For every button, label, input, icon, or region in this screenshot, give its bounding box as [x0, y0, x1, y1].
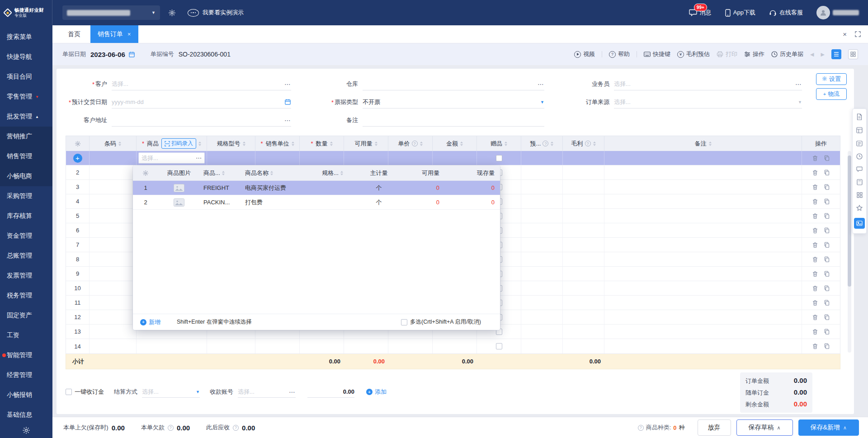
tab-sales-order[interactable]: 销售订单 ×: [90, 25, 138, 43]
col-header-gift[interactable]: 赠品: [477, 136, 521, 151]
popup-col-name[interactable]: 商品名称: [241, 165, 318, 180]
account-select[interactable]: 选择... ⋯: [238, 386, 296, 398]
chevron-down-icon[interactable]: ▼: [798, 100, 802, 104]
tab-close-icon[interactable]: ×: [127, 31, 131, 38]
more-icon[interactable]: ⋯: [795, 80, 802, 88]
delete-row-icon[interactable]: [812, 256, 818, 263]
delete-row-icon[interactable]: [812, 329, 818, 335]
close-all-tabs-icon[interactable]: ×: [843, 30, 847, 38]
sidebar-item-search-menu[interactable]: 搜索菜单: [0, 27, 52, 47]
doc-no-input[interactable]: SO-20230606-001: [179, 51, 231, 58]
gross-profit-button[interactable]: ¥ 毛利预估: [677, 50, 710, 58]
delivery-date-input[interactable]: yyyy-mm-dd: [112, 96, 291, 108]
image-panel-icon[interactable]: [854, 218, 865, 229]
col-header-available[interactable]: 可用量: [344, 136, 388, 151]
more-icon[interactable]: ⋯: [284, 117, 291, 124]
top-settings-gear-icon[interactable]: [168, 9, 176, 17]
doc-date-input[interactable]: 2023-06-06: [90, 51, 125, 58]
next-doc-icon[interactable]: ▶: [821, 52, 825, 57]
checkbox-icon[interactable]: [66, 389, 72, 395]
save-and-new-button[interactable]: 保存&新增 ∧: [798, 419, 859, 436]
messages-button[interactable]: 消息 99+: [689, 9, 712, 17]
delete-row-icon[interactable]: [812, 198, 818, 205]
delete-row-icon[interactable]: [812, 170, 818, 176]
onekey-deposit-checkbox[interactable]: 一键收订金: [66, 388, 104, 396]
copy-row-icon[interactable]: [824, 271, 830, 277]
sidebar-item-retail-mgmt[interactable]: 零售管理▼: [0, 87, 52, 107]
more-icon[interactable]: ⋯: [538, 80, 544, 88]
sidebar-item-tax-mgmt[interactable]: 税务管理: [0, 286, 52, 306]
copy-row-icon[interactable]: [824, 242, 830, 248]
popup-product-row[interactable]: 1FREIGHT电商买家付运费个00: [133, 181, 500, 195]
col-header-barcode[interactable]: 条码: [90, 136, 137, 151]
tab-home[interactable]: 首页: [58, 25, 90, 43]
app-download-button[interactable]: App下载: [725, 9, 755, 17]
help-button[interactable]: ? 帮助: [609, 50, 630, 58]
sidebar-item-invoice-mgmt[interactable]: 发票管理: [0, 266, 52, 286]
prev-doc-icon[interactable]: ◀: [810, 52, 814, 57]
sidebar-item-purchase-mgmt[interactable]: 采购管理: [0, 186, 52, 206]
popup-col-unit[interactable]: 主计量: [358, 165, 400, 180]
deposit-amount-input[interactable]: 0.00: [307, 386, 354, 398]
copy-row-icon[interactable]: [824, 155, 830, 161]
invoice-type-select[interactable]: 不开票 ▼: [363, 96, 544, 108]
history-clock-icon[interactable]: [856, 153, 863, 160]
col-header-spec[interactable]: 规格型号: [207, 136, 255, 151]
copy-row-icon[interactable]: [824, 213, 830, 219]
copy-row-icon[interactable]: [824, 184, 830, 190]
copy-row-icon[interactable]: [824, 170, 830, 176]
user-account[interactable]: [816, 6, 859, 19]
sidebar-item-expense-mgmt[interactable]: 小畅报销: [0, 385, 52, 405]
delete-row-icon[interactable]: [812, 271, 818, 277]
popup-col-spec[interactable]: 规格...: [318, 165, 358, 180]
calculator-icon[interactable]: [857, 179, 863, 185]
view-list-toggle[interactable]: [831, 49, 841, 59]
logistics-button[interactable]: + 物流: [816, 88, 847, 100]
delete-row-icon[interactable]: [812, 155, 818, 161]
sidebar-item-funds-mgmt[interactable]: 资金管理: [0, 226, 52, 246]
copy-row-icon[interactable]: [824, 343, 830, 349]
copy-row-icon[interactable]: [824, 198, 830, 205]
col-header-forecast[interactable]: 预...?: [521, 136, 563, 151]
discard-button[interactable]: 放弃: [698, 419, 731, 436]
grid-scrollbar-thumb[interactable]: [848, 155, 851, 287]
operations-button[interactable]: 操作: [744, 50, 764, 58]
sidebar-item-smart-mgmt[interactable]: 智能管理: [0, 345, 52, 365]
column-settings-icon[interactable]: [66, 136, 90, 151]
warehouse-select[interactable]: ⋯: [363, 78, 544, 90]
sidebar-item-ecommerce[interactable]: 小畅电商: [0, 166, 52, 186]
delete-row-icon[interactable]: [812, 314, 818, 320]
copy-row-icon[interactable]: [824, 329, 830, 335]
col-header-qty[interactable]: *数量: [300, 136, 344, 151]
fullscreen-icon[interactable]: [855, 31, 861, 37]
delete-row-icon[interactable]: [812, 184, 818, 190]
settlement-select[interactable]: 选择... ▼: [142, 386, 200, 398]
view-grid-toggle[interactable]: [848, 49, 858, 59]
star-icon[interactable]: [856, 205, 863, 211]
sidebar-item-wholesale-mgmt[interactable]: 批发管理▲: [0, 107, 52, 127]
popup-product-row[interactable]: 2PACKIN...打包费个00: [133, 195, 500, 210]
organization-select[interactable]: ▼: [62, 5, 160, 20]
online-service-button[interactable]: 在线客服: [769, 9, 803, 17]
sidebar-item-sales-mgmt[interactable]: 销售管理: [0, 146, 52, 166]
sidebar-item-marketing[interactable]: 营销推广: [0, 127, 52, 146]
col-header-remark[interactable]: 备注: [604, 136, 802, 151]
add-payment-button[interactable]: + 添加: [366, 388, 387, 396]
copy-row-icon[interactable]: [824, 227, 830, 234]
add-row-button[interactable]: +: [73, 154, 82, 163]
col-header-price[interactable]: 单价?: [388, 136, 433, 151]
chevron-down-icon[interactable]: ▼: [196, 390, 200, 394]
calendar-icon[interactable]: [128, 51, 135, 58]
edit-note-icon[interactable]: [856, 140, 863, 146]
settings-button[interactable]: 设置: [816, 73, 847, 85]
delete-row-icon[interactable]: [812, 242, 818, 248]
document-icon[interactable]: [856, 113, 863, 120]
sidebar-settings-gear-icon[interactable]: [0, 426, 52, 434]
popup-col-available[interactable]: 可用量: [400, 165, 445, 180]
copy-row-icon[interactable]: [824, 256, 830, 263]
remark-input[interactable]: [363, 114, 544, 127]
sidebar-item-general-ledger[interactable]: 总账管理: [0, 246, 52, 266]
calendar-icon[interactable]: [284, 99, 291, 105]
delete-row-icon[interactable]: [812, 213, 818, 219]
sidebar-item-quick-nav[interactable]: 快捷导航: [0, 47, 52, 67]
